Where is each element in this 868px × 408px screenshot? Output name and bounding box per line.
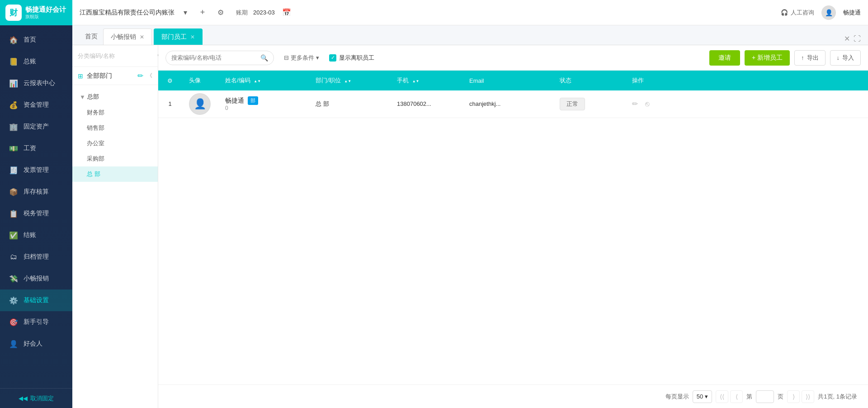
inventory-icon: 📦 xyxy=(9,188,18,196)
row-actions: ✏ ⎋ xyxy=(632,100,861,108)
row-avatar-cell: 👤 xyxy=(182,90,218,118)
col-phone[interactable]: 手机 ▲▼ xyxy=(390,71,462,90)
topbar-settings-button[interactable]: ⚙ xyxy=(214,6,227,19)
employee-search-input[interactable] xyxy=(171,54,257,61)
table-row: 1 👤 畅捷通 部 0 xyxy=(158,90,868,118)
headset-icon: 🎧 xyxy=(781,9,788,16)
first-page-button[interactable]: ⟨⟨ xyxy=(716,390,728,403)
all-departments-header[interactable]: ⊞ 全部部门 ✏ 《 xyxy=(72,67,158,85)
add-company-button[interactable]: + xyxy=(196,6,209,19)
page-word: 第 xyxy=(746,393,752,401)
row-email-cell: chanjethkj... xyxy=(462,90,552,118)
period-value: 2023-03 xyxy=(253,9,275,16)
sidebar-item-invoice[interactable]: 🧾 发票管理 xyxy=(0,159,72,181)
row-status-cell: 正常 xyxy=(552,90,625,118)
page-number-input[interactable]: 1 xyxy=(756,390,774,403)
tabs-bar: 首页 小畅报销 ✕ 部门员工 ✕ ✕ ⛶ xyxy=(72,25,868,45)
row-index: 1 xyxy=(158,90,182,118)
employee-code: 0 xyxy=(225,105,301,111)
col-name[interactable]: 姓名/编码 ▲▼ xyxy=(218,71,308,90)
sidebar-item-inventory[interactable]: 📦 库存核算 xyxy=(0,181,72,203)
logo-icon: 财 xyxy=(5,5,22,21)
sidebar-item-close[interactable]: ✅ 结账 xyxy=(0,224,72,246)
more-filters-button[interactable]: ⊟ 更多条件 ▾ xyxy=(279,51,324,65)
sidebar-nav: 🏠 首页 📒 总账 📊 云报表中心 💰 资金管理 🏢 固定资产 💵 工资 🧾 发… xyxy=(0,25,72,388)
tab-close-button[interactable]: ✕ xyxy=(844,34,850,43)
sidebar-item-reports[interactable]: 📊 云报表中心 xyxy=(0,72,72,94)
home-icon: 🏠 xyxy=(9,36,18,44)
period-calendar-icon[interactable]: 📅 xyxy=(282,8,291,17)
next-page-button[interactable]: ⟩ xyxy=(787,390,800,403)
sidebar-item-archive[interactable]: 🗂 归档管理 xyxy=(0,246,72,268)
tax-icon: 📋 xyxy=(9,209,18,218)
logo-text: 畅捷通好会计 旗舰版 xyxy=(25,5,66,20)
reports-icon: 📊 xyxy=(9,79,18,88)
expense-icon: 💸 xyxy=(9,275,18,283)
page-total: 共1页, 1条记录 xyxy=(818,393,857,401)
invite-button[interactable]: 邀请 xyxy=(709,50,740,66)
invoice-icon: 🧾 xyxy=(9,166,18,175)
period-label: 账期 xyxy=(236,9,248,17)
sidebar: 财 畅捷通好会计 旗舰版 🏠 首页 📒 总账 📊 云报表中心 💰 资金管理 🏢 … xyxy=(0,0,72,408)
export-button[interactable]: ↑ 导出 xyxy=(794,50,826,66)
sidebar-item-funds[interactable]: 💰 资金管理 xyxy=(0,94,72,116)
edit-employee-button[interactable]: ✏ xyxy=(632,100,638,108)
sidebar-item-guide[interactable]: 🎯 新手引导 xyxy=(0,311,72,333)
page-navigation: ⟨⟨ ⟨ 第 1 页 ⟩ ⟩⟩ xyxy=(716,390,814,403)
dept-item-finance[interactable]: 财务部 xyxy=(72,105,158,120)
sidebar-item-expense[interactable]: 💸 小畅报销 xyxy=(0,268,72,289)
dept-edit-icon[interactable]: ✏ xyxy=(137,71,143,80)
right-panel: 🔍 ⊟ 更多条件 ▾ ✓ 显示离职员工 邀请 + 新增员工 ↑ 导出 xyxy=(158,45,868,408)
sidebar-item-ledger[interactable]: 📒 总账 xyxy=(0,51,72,72)
show-resigned-checkbox[interactable]: ✓ xyxy=(329,54,336,62)
grid-icon: ⊞ xyxy=(78,72,83,80)
employee-status-badge: 正常 xyxy=(560,98,585,110)
tab-expense-close[interactable]: ✕ xyxy=(140,34,144,40)
delete-employee-button[interactable]: ⎋ xyxy=(645,100,650,108)
company-name: 江西服宝精品有限责任公司内账张 xyxy=(80,9,175,17)
col-settings[interactable]: ⚙ xyxy=(158,71,182,90)
tab-employees[interactable]: 部门员工 ✕ xyxy=(154,28,203,45)
col-status: 状态 xyxy=(552,71,625,90)
import-button[interactable]: ↓ 导入 xyxy=(830,50,861,66)
employee-toolbar: 🔍 ⊟ 更多条件 ▾ ✓ 显示离职员工 邀请 + 新增员工 ↑ 导出 xyxy=(158,45,868,71)
dept-collapse-icon[interactable]: 《 xyxy=(147,72,152,80)
prev-page-button[interactable]: ⟨ xyxy=(730,390,743,403)
sidebar-item-payroll[interactable]: 💵 工资 xyxy=(0,138,72,159)
sidebar-item-assets[interactable]: 🏢 固定资产 xyxy=(0,116,72,138)
per-page-select[interactable]: 50 ▾ xyxy=(693,390,712,403)
last-page-button[interactable]: ⟩⟩ xyxy=(802,390,814,403)
col-dept[interactable]: 部门/职位 ▲▼ xyxy=(308,71,390,90)
dept-item-general[interactable]: 总 部 xyxy=(72,166,158,182)
tab-home[interactable]: 首页 xyxy=(80,28,103,45)
dept-sort-icon: ▲▼ xyxy=(344,80,351,83)
sidebar-item-tax[interactable]: 📋 税务管理 xyxy=(0,203,72,224)
tab-expense[interactable]: 小畅报销 ✕ xyxy=(103,28,152,45)
tab-employees-close[interactable]: ✕ xyxy=(190,34,195,40)
close-period-icon: ✅ xyxy=(9,231,18,240)
app-logo: 财 畅捷通好会计 旗舰版 xyxy=(0,0,72,25)
sidebar-item-home[interactable]: 🏠 首页 xyxy=(0,29,72,51)
dept-search-input[interactable] xyxy=(78,52,154,59)
dept-item-headquarters[interactable]: ▼ 总部 xyxy=(72,89,158,105)
employee-dept-badge: 部 xyxy=(248,96,258,105)
support-button[interactable]: 🎧 人工咨询 xyxy=(781,9,814,17)
dept-item-sales[interactable]: 销售部 xyxy=(72,120,158,136)
dept-item-purchasing[interactable]: 采购部 xyxy=(72,151,158,166)
sidebar-item-settings[interactable]: ⚙️ 基础设置 xyxy=(0,289,72,311)
company-dropdown-button[interactable]: ▾ xyxy=(180,7,191,18)
row-name-cell: 畅捷通 部 0 xyxy=(218,90,308,118)
dept-tree: ▼ 总部 财务部 销售部 办公室 采购部 总 部 xyxy=(72,85,158,408)
sidebar-item-user[interactable]: 👤 好会人 xyxy=(0,333,72,355)
employee-search-icon[interactable]: 🔍 xyxy=(260,54,268,62)
show-resigned-toggle[interactable]: ✓ 显示离职员工 xyxy=(329,54,374,62)
row-dept-cell: 总 部 xyxy=(308,90,390,118)
dept-header-actions: ✏ 《 xyxy=(137,71,152,80)
tab-expand-button[interactable]: ⛶ xyxy=(854,35,861,43)
filter-chevron-icon: ▾ xyxy=(316,54,319,61)
archive-icon: 🗂 xyxy=(9,253,18,261)
unpin-button[interactable]: ◀◀ 取消固定 xyxy=(0,388,72,408)
dept-item-office[interactable]: 办公室 xyxy=(72,136,158,151)
add-employee-button[interactable]: + 新增员工 xyxy=(745,50,790,66)
employee-avatar: 👤 xyxy=(189,93,211,115)
